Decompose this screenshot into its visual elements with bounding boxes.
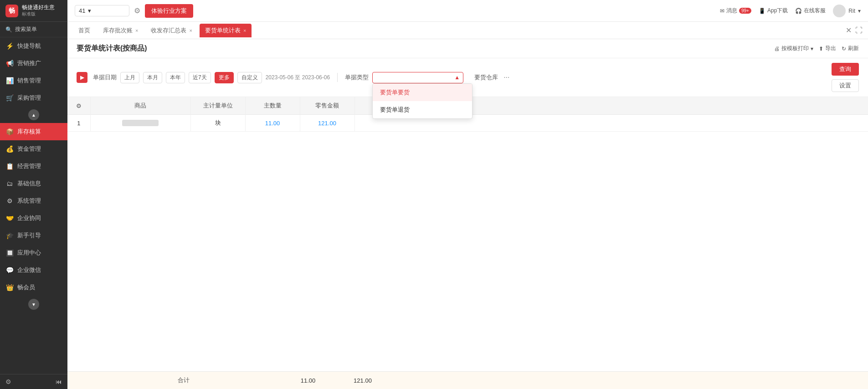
sidebar-item-label: 基础信息 <box>17 179 41 188</box>
messages-button[interactable]: ✉ 消息 99+ <box>720 7 751 15</box>
headset-icon: 🎧 <box>795 8 802 14</box>
close-all-tabs[interactable]: ✕ <box>846 26 852 35</box>
topbar-right: ✉ 消息 99+ 📱 App下载 🎧 在线客服 Rit ▾ <box>720 5 861 17</box>
date-custom[interactable]: 自定义 <box>237 72 262 83</box>
page-header: 要货单统计表(按商品) 🖨 按模板打印 ▾ ⬆ 导出 ↻ 刷新 <box>67 39 868 58</box>
tab-home[interactable]: 首页 <box>73 24 96 37</box>
page-actions: 🖨 按模板打印 ▾ ⬆ 导出 ↻ 刷新 <box>774 45 859 52</box>
refresh-button[interactable]: ↻ 刷新 <box>842 45 859 52</box>
sidebar-item-label: 经营管理 <box>17 162 41 170</box>
sidebar-item-label: 快捷导航 <box>17 42 41 50</box>
filter-expand-toggle[interactable]: ▶ <box>77 72 87 83</box>
user-profile-button[interactable]: Rit ▾ <box>833 5 861 17</box>
collapse-icon[interactable]: ⏮ <box>56 378 62 385</box>
topbar: 41 ▾ ⚙ 体验行业方案 ✉ 消息 99+ 📱 App下载 🎧 在线客服 R <box>67 0 868 22</box>
sidebar-item-caigou[interactable]: 🛒 采购管理 <box>0 89 67 107</box>
sidebar-item-label: 应用中心 <box>17 249 41 257</box>
tab-home-label: 首页 <box>78 26 90 35</box>
sidebar-item-vip[interactable]: 👑 畅会员 <box>0 279 67 296</box>
amount-link[interactable]: 121.00 <box>318 120 336 127</box>
sidebar-search-label: 搜索菜单 <box>15 26 37 33</box>
trial-industry-button[interactable]: 体验行业方案 <box>145 4 193 18</box>
date-more[interactable]: 更多 <box>215 72 234 83</box>
sidebar: 畅 畅捷通好生意 标准版 🔍 搜索菜单 ⚡ 快捷导航 📢 营销推广 📊 销售管理… <box>0 0 67 389</box>
refresh-label: 刷新 <box>848 45 859 52</box>
type-option-tuihuo[interactable]: 要货单退货 <box>373 101 472 118</box>
zijin-icon: 💰 <box>5 145 14 153</box>
warehouse-dots[interactable]: ··· <box>503 73 509 82</box>
sidebar-item-weixin[interactable]: 💬 企业微信 <box>0 261 67 279</box>
sidebar-item-jingying[interactable]: 📋 经营管理 <box>0 158 67 175</box>
filter-separator-1 <box>337 73 338 82</box>
phone-icon: 📱 <box>759 8 765 14</box>
app-download-button[interactable]: 📱 App下载 <box>759 7 788 15</box>
topbar-gear-icon[interactable]: ⚙ <box>134 6 140 15</box>
caigou-icon: 🛒 <box>5 94 14 102</box>
sidebar-nav: ⚡ 快捷导航 📢 营销推广 📊 销售管理 🛒 采购管理 ▲ 📦 库存核算 💰 资… <box>0 37 67 374</box>
date-last-7days[interactable]: 近7天 <box>189 72 211 83</box>
tab-yaohuo-close[interactable]: × <box>243 28 246 33</box>
cell-seq: 1 <box>67 115 90 132</box>
tab-yaohuo[interactable]: 要货单统计表 × <box>200 24 252 37</box>
sidebar-item-kuaijie[interactable]: ⚡ 快捷导航 <box>0 37 67 55</box>
sidebar-logo: 畅 畅捷通好生意 标准版 <box>0 0 67 22</box>
sidebar-search[interactable]: 🔍 搜索菜单 <box>0 22 67 37</box>
type-label: 单据类型 <box>345 73 369 82</box>
avatar <box>833 5 846 17</box>
store-dropdown[interactable]: 41 ▾ <box>75 5 129 16</box>
col-settings[interactable]: ⚙ <box>67 97 90 115</box>
sidebar-item-yingxiao[interactable]: 📢 营销推广 <box>0 55 67 72</box>
type-input[interactable] <box>372 72 463 83</box>
type-option-yaohuo[interactable]: 要货单要货 <box>373 84 472 101</box>
yingxiao-icon: 📢 <box>5 60 14 67</box>
date-last-month[interactable]: 上月 <box>120 72 139 83</box>
message-icon: ✉ <box>720 8 724 14</box>
type-chevron-icon[interactable]: ▲ <box>454 74 460 81</box>
sidebar-item-xitong[interactable]: ⚙ 系统管理 <box>0 192 67 210</box>
sidebar-item-label: 畅会员 <box>17 283 35 292</box>
product-name-blur <box>122 120 159 126</box>
export-icon: ⬆ <box>819 46 823 52</box>
print-icon: 🖨 <box>774 46 780 52</box>
username-label: Rit <box>848 8 855 14</box>
query-button[interactable]: 查询 <box>832 63 859 76</box>
type-dropdown: 要货单要货 要货单退货 <box>372 83 473 119</box>
date-this-month[interactable]: 本月 <box>143 72 162 83</box>
export-button[interactable]: ⬆ 导出 <box>819 45 836 52</box>
sidebar-item-xiaoshou[interactable]: 📊 销售管理 <box>0 72 67 89</box>
tabs-bar: 首页 库存批次账 × 收发存汇总表 × 要货单统计表 × ✕ ⛶ <box>67 22 868 39</box>
data-table-wrap: ⚙ 商品 主计量单位 主数量 零售金额 1 块 <box>67 97 868 371</box>
sidebar-item-label: 销售管理 <box>17 77 41 85</box>
sidebar-item-jichu[interactable]: 🗂 基础信息 <box>0 175 67 192</box>
xietong-icon: 🤝 <box>5 215 14 222</box>
jichu-icon: 🗂 <box>5 180 14 187</box>
settings-icon[interactable]: ⚙ <box>5 378 11 385</box>
sidebar-item-yingyong[interactable]: 🔲 应用中心 <box>0 244 67 261</box>
col-unit: 主计量单位 <box>190 97 245 115</box>
maximize-tabs[interactable]: ⛶ <box>855 26 863 35</box>
sidebar-scroll-up[interactable]: ▲ <box>28 109 39 120</box>
col-quantity: 主数量 <box>245 97 300 115</box>
tab-kucun-pici-close[interactable]: × <box>135 28 138 33</box>
sidebar-item-zijin[interactable]: 💰 资金管理 <box>0 140 67 158</box>
tab-kucun-pici[interactable]: 库存批次账 × <box>98 24 144 37</box>
filter-settings-button[interactable]: 设置 <box>832 79 859 92</box>
weixin-icon: 💬 <box>5 266 14 274</box>
date-this-year[interactable]: 本年 <box>166 72 185 83</box>
dropdown-arrow: ▾ <box>88 7 91 14</box>
footer-quantity: 11.00 <box>281 377 335 384</box>
main-area: 41 ▾ ⚙ 体验行业方案 ✉ 消息 99+ 📱 App下载 🎧 在线客服 R <box>67 0 868 389</box>
sidebar-item-qiyexietong[interactable]: 🤝 企业协同 <box>0 210 67 227</box>
tab-shoufazhonghuizong-close[interactable]: × <box>189 28 192 33</box>
col-amount: 零售金额 <box>300 97 354 115</box>
print-template-button[interactable]: 🖨 按模板打印 ▾ <box>774 45 813 52</box>
sidebar-scroll-down[interactable]: ▼ <box>28 299 39 310</box>
quantity-link[interactable]: 11.00 <box>265 120 280 127</box>
online-service-button[interactable]: 🎧 在线客服 <box>795 7 826 15</box>
sidebar-item-xinshou[interactable]: 🎓 新手引导 <box>0 227 67 244</box>
cell-quantity: 11.00 <box>245 115 300 132</box>
tabs-actions: ✕ ⛶ <box>846 26 863 35</box>
sidebar-item-label: 库存核算 <box>17 128 41 136</box>
tab-shoufazhonghuizong[interactable]: 收发存汇总表 × <box>145 24 197 37</box>
sidebar-item-kucun[interactable]: 📦 库存核算 <box>0 123 67 140</box>
